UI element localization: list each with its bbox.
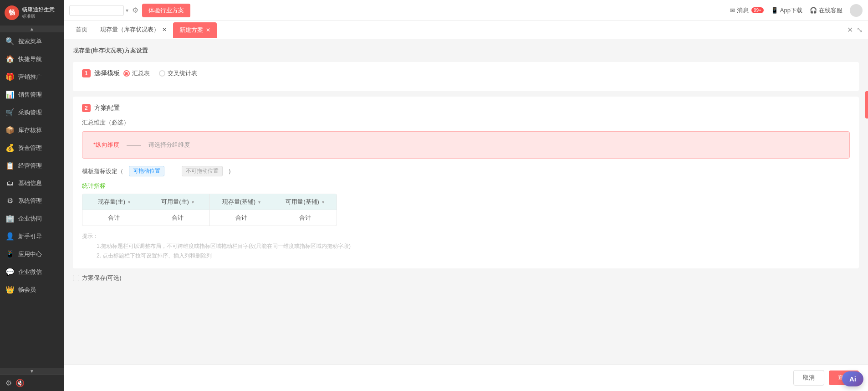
chevron-down-icon[interactable]: ▾	[322, 200, 324, 205]
indicator-setting-suffix: ）	[228, 167, 234, 175]
volume-icon[interactable]: 🔇	[15, 379, 25, 387]
step2-header: 2 方案配置	[82, 104, 850, 112]
radio-label-text: 交叉统计表	[168, 69, 197, 77]
sidebar-logo: 畅 畅康通好生意 标准版	[0, 0, 64, 26]
headset-icon: 🎧	[810, 7, 817, 14]
tabs-bar: 首页现存量（库存状况表）✕新建方案✕✕⤡	[64, 21, 868, 39]
right-collapse-handle[interactable]	[865, 91, 868, 118]
dimension-area[interactable]: *纵向维度 —— 请选择分组维度	[82, 131, 850, 159]
sidebar-item-库存核算[interactable]: 📦库存核算	[0, 121, 64, 139]
chevron-down-icon[interactable]: ▾	[192, 200, 194, 205]
sidebar-item-资金管理[interactable]: 💰资金管理	[0, 139, 64, 157]
message-icon: ✉	[730, 7, 735, 14]
sidebar-item-icon: 📋	[5, 161, 15, 170]
sidebar-scroll-down[interactable]: ▼	[0, 368, 64, 375]
sidebar-item-label: 企业协同	[18, 215, 42, 223]
expand-icon[interactable]: ⤡	[857, 26, 863, 34]
tab-现存量（库存状况表）[interactable]: 现存量（库存状况表）✕	[94, 22, 173, 38]
logo-text: 畅康通好生意 标准版	[22, 6, 55, 20]
stats-header-col[interactable]: 可用量(基辅)▾	[273, 194, 337, 210]
save-option-label: 方案保存(可选)	[82, 274, 122, 282]
step2-badge: 2	[82, 104, 91, 112]
online-support-btn[interactable]: 🎧 在线客服	[810, 6, 842, 15]
step2-title: 方案配置	[94, 104, 120, 112]
tab-label: 首页	[76, 26, 87, 34]
topbar-gear-icon[interactable]: ⚙	[132, 6, 138, 15]
cancel-button[interactable]: 取消	[793, 370, 824, 386]
close-icon[interactable]: ✕	[847, 26, 853, 34]
stats-header-col[interactable]: 现存量(主)▾	[82, 194, 146, 210]
settings-icon[interactable]: ⚙	[5, 379, 12, 387]
ai-float-button[interactable]: Ai	[842, 371, 863, 386]
tab-label: 新建方案	[179, 26, 203, 34]
sidebar-item-应用中心[interactable]: 📱应用中心	[0, 245, 64, 263]
summary-dimension-label: 汇总维度（必选）	[82, 118, 850, 127]
radio-汇总表[interactable]: 汇总表	[123, 69, 150, 77]
messages-btn[interactable]: ✉ 消息 99+	[730, 6, 764, 15]
step1-title: 选择模板	[94, 69, 120, 77]
tab-新建方案[interactable]: 新建方案✕	[173, 22, 217, 38]
tab-close-icon[interactable]: ✕	[162, 26, 167, 33]
trial-btn[interactable]: 体验行业方案	[142, 4, 190, 17]
sidebar-item-label: 快捷导航	[18, 55, 42, 63]
tip-item: 2. 点击标题栏下拉可设置排序、插入列和删除列	[82, 251, 850, 261]
dimension-arrow: ——	[127, 141, 141, 149]
template-radio-group: 汇总表交叉统计表	[123, 69, 197, 77]
sidebar-item-label: 采购管理	[18, 108, 42, 117]
sidebar-item-基础信息[interactable]: 🗂基础信息	[0, 175, 64, 192]
topbar: ▾ ⚙ 体验行业方案 ✉ 消息 99+ 📱 App下载 🎧 在线客服	[64, 0, 868, 21]
bottom-bar: 取消 查询	[64, 364, 868, 391]
sidebar-item-icon: 🏢	[5, 214, 15, 223]
radio-dot	[159, 70, 165, 77]
radio-交叉统计表[interactable]: 交叉统计表	[159, 69, 197, 77]
radio-dot	[123, 70, 130, 77]
sidebar-item-icon: 💬	[5, 268, 15, 276]
indicator-setting-label: 模板指标设定（	[82, 167, 123, 175]
sidebar-item-企业微信[interactable]: 💬企业微信	[0, 263, 64, 281]
sidebar-item-经营管理[interactable]: 📋经营管理	[0, 157, 64, 175]
dimension-placeholder: 请选择分组维度	[148, 141, 190, 149]
sidebar-item-搜索菜单[interactable]: 🔍搜索菜单	[0, 32, 64, 50]
sidebar-item-icon: 🗂	[5, 179, 15, 187]
sidebar-item-新手引导[interactable]: 👤新手引导	[0, 227, 64, 245]
chevron-down-icon[interactable]: ▾	[128, 200, 130, 205]
sidebar-item-采购管理[interactable]: 🛒采购管理	[0, 103, 64, 121]
stats-col-label: 现存量(主)	[98, 198, 126, 206]
save-checkbox[interactable]	[73, 275, 79, 281]
sidebar-item-label: 新手引导	[18, 232, 42, 241]
stats-table-header: 现存量(主)▾可用量(主)▾现存量(基辅)▾可用量(基辅)▾	[82, 194, 337, 210]
topbar-right: ✉ 消息 99+ 📱 App下载 🎧 在线客服	[730, 4, 863, 17]
stats-header-col[interactable]: 现存量(基辅)▾	[210, 194, 274, 210]
topbar-input[interactable]	[69, 5, 124, 16]
sidebar-item-icon: 🔍	[5, 37, 15, 46]
app-download-btn[interactable]: 📱 App下载	[771, 6, 802, 15]
tab-close-icon[interactable]: ✕	[206, 27, 210, 33]
sidebar-item-系统管理[interactable]: ⚙系统管理	[0, 192, 64, 210]
sidebar-item-icon: 🏠	[5, 55, 15, 63]
sidebar-item-营销推广[interactable]: 🎁营销推广	[0, 68, 64, 86]
sidebar-item-畅会员[interactable]: 👑畅会员	[0, 281, 64, 298]
user-avatar[interactable]	[850, 4, 863, 17]
topbar-search-group: ▾	[69, 5, 128, 16]
sidebar-scroll-up[interactable]: ▲	[0, 26, 64, 32]
sidebar-item-icon: 💰	[5, 144, 15, 152]
tips-label: 提示：	[82, 232, 850, 242]
download-icon: 📱	[771, 7, 778, 14]
step1-badge: 1	[82, 69, 91, 77]
page-title: 现存量(库存状况表)方案设置	[73, 46, 859, 55]
vertical-dimension-label: *纵向维度	[93, 141, 119, 149]
chevron-down-icon[interactable]: ▾	[258, 200, 260, 205]
sidebar-item-icon: 👤	[5, 232, 15, 241]
stats-col-sub-label: 合计	[235, 214, 247, 221]
sidebar-item-企业协同[interactable]: 🏢企业协同	[0, 210, 64, 227]
stats-col-sub-label: 合计	[299, 214, 311, 221]
page-content: 现存量(库存状况表)方案设置 1 选择模板 汇总表交叉统计表 2 方案配置 汇总…	[64, 39, 868, 364]
sidebar-item-label: 企业微信	[18, 268, 42, 276]
sidebar-item-快捷导航[interactable]: 🏠快捷导航	[0, 50, 64, 68]
stats-header-col[interactable]: 可用量(主)▾	[146, 194, 210, 210]
indicator-setting: 模板指标设定（ 可拖动位置 不可拖动位置 ）	[82, 166, 850, 176]
tab-首页[interactable]: 首页	[69, 22, 94, 38]
topbar-chevron-icon[interactable]: ▾	[126, 7, 128, 14]
sidebar-item-销售管理[interactable]: 📊销售管理	[0, 86, 64, 103]
ai-float-label: Ai	[849, 375, 856, 383]
